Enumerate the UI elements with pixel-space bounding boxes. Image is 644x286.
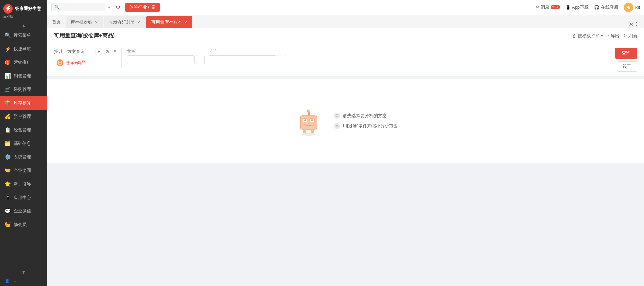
- sidebar-item-label: 基础信息: [14, 140, 31, 147]
- page-content: 可用量查询(按仓库+商品) 🖨 按模板打印 ▾ ↑ 导出 ↻ 刷新: [47, 28, 644, 286]
- sidebar-item-shortcut[interactable]: ⚡ 快捷导航: [0, 42, 47, 56]
- svg-point-12: [301, 133, 316, 136]
- topbar: 🔍 ▾ ⚙ 体验行业方案 ✉ 消息 99+ 📱 App下载 🎧 在线客服 Ri …: [47, 0, 644, 15]
- svg-rect-11: [311, 129, 314, 133]
- topbar-search-box[interactable]: 🔍: [51, 3, 105, 11]
- user-avatar-small: 👤: [5, 279, 10, 283]
- query-button[interactable]: 查询: [615, 48, 637, 59]
- tab-receive-summary-close[interactable]: ✕: [137, 20, 140, 25]
- sidebar-scroll-down[interactable]: ▼: [0, 269, 47, 276]
- search-icon: 🔍: [5, 32, 11, 38]
- user-profile[interactable]: Ri Rit: [624, 3, 640, 12]
- wechat-icon: 💬: [5, 208, 11, 214]
- add-scheme-button[interactable]: +: [95, 48, 102, 55]
- svg-point-9: [307, 110, 310, 112]
- empty-state-content: ① 请先选择要分析的方案 ② 用[过滤]条件来缩小分析范围: [293, 106, 398, 136]
- warehouse-filter-input-row: ···: [127, 55, 205, 64]
- sidebar-item-enterprise[interactable]: 🤝 企业协同: [0, 164, 47, 177]
- warehouse-more-button[interactable]: ···: [196, 55, 205, 64]
- svg-rect-10: [303, 129, 306, 133]
- app-name: 畅康通好生意: [15, 6, 41, 12]
- industry-solution-button[interactable]: 体验行业方案: [125, 3, 160, 12]
- scheme-settings-button[interactable]: [104, 48, 111, 55]
- online-service-button[interactable]: 🎧 在线客服: [594, 4, 618, 10]
- message-button[interactable]: ✉ 消息 99+: [536, 4, 560, 10]
- app-logo-icon: 畅: [3, 4, 13, 14]
- tab-home[interactable]: 首页: [47, 16, 66, 28]
- sidebar-user-bottom[interactable]: 👤 ···: [0, 276, 47, 286]
- sidebar-header: 畅 畅康通好生意 标准版: [0, 0, 47, 22]
- sidebar-scroll-up[interactable]: ▲: [0, 22, 47, 29]
- sidebar-item-newcomer[interactable]: 🌟 新手引导: [0, 177, 47, 191]
- tab-batch-ledger[interactable]: 库存批次账 ✕: [66, 16, 103, 28]
- scheme-panel: 按以下方案查询 + « 仓库+商品: [54, 48, 122, 68]
- scheme-item-warehouse-product[interactable]: 仓库+商品: [54, 57, 118, 68]
- sidebar-item-wechat[interactable]: 💬 企业微信: [0, 204, 47, 218]
- tab-batch-ledger-label: 库存批次账: [71, 19, 93, 25]
- tabs-bar: 首页 库存批次账 ✕ 收发存汇总表 ✕ 可用量库存账本 ✕ ✕ ⛶: [47, 15, 644, 28]
- page-header: 可用量查询(按仓库+商品) 🖨 按模板打印 ▾ ↑ 导出 ↻ 刷新: [47, 28, 644, 44]
- app-logo-row: 畅 畅康通好生意: [3, 4, 44, 14]
- tip-text-1: 请先选择要分析的方案: [343, 113, 387, 119]
- sidebar-item-sales[interactable]: 📊 销售管理: [0, 69, 47, 83]
- sidebar-item-label: 畅会员: [14, 222, 27, 228]
- sidebar-item-search[interactable]: 🔍 搜索菜单: [0, 29, 47, 42]
- topbar-dropdown-arrow[interactable]: ▾: [108, 5, 110, 10]
- collapse-scheme-panel-button[interactable]: «: [112, 48, 118, 55]
- query-section: 按以下方案查询 + « 仓库+商品: [54, 48, 637, 72]
- svg-rect-3: [300, 116, 317, 129]
- sidebar-item-basic[interactable]: 🗂️ 基础信息: [0, 137, 47, 150]
- tab-available-ledger[interactable]: 可用量库存账本 ✕: [146, 16, 192, 28]
- refresh-button[interactable]: ↻ 刷新: [623, 33, 637, 39]
- export-label: 导出: [611, 33, 619, 39]
- print-template-button[interactable]: 🖨 按模板打印 ▾: [572, 33, 603, 39]
- scheme-panel-actions: + «: [95, 48, 118, 55]
- sidebar-item-inventory[interactable]: 📦 库存核算: [0, 96, 47, 110]
- app-download-button[interactable]: 📱 App下载: [565, 4, 589, 10]
- tab-receive-summary[interactable]: 收发存汇总表 ✕: [104, 16, 146, 28]
- tip-num-2: ②: [334, 123, 340, 129]
- sidebar-item-label: 资金管理: [14, 113, 31, 120]
- export-button[interactable]: ↑ 导出: [607, 33, 620, 39]
- sidebar-nav: 🔍 搜索菜单 ⚡ 快捷导航 🎁 营销推广 📊 销售管理 🛒 采购管理 📦 库存核…: [0, 29, 47, 269]
- export-icon: ↑: [607, 33, 610, 38]
- sidebar-item-vip[interactable]: 👑 畅会员: [0, 218, 47, 231]
- sidebar-item-system[interactable]: ⚙️ 系统管理: [0, 150, 47, 164]
- sidebar-item-label: 企业协同: [14, 167, 31, 174]
- sidebar-item-label: 营销推广: [14, 59, 31, 66]
- empty-tip-1: ① 请先选择要分析的方案: [334, 113, 398, 119]
- sidebar-item-fund[interactable]: 💰 资金管理: [0, 110, 47, 123]
- sidebar-item-label: 新手引导: [14, 181, 31, 187]
- tab-batch-ledger-close[interactable]: ✕: [95, 20, 98, 25]
- message-badge: 99+: [551, 5, 560, 9]
- gear-button[interactable]: ⚙: [113, 3, 123, 12]
- tab-available-ledger-label: 可用量库存账本: [151, 19, 182, 25]
- tip-text-2: 用[过滤]条件来缩小分析范围: [343, 123, 398, 129]
- print-dropdown-icon[interactable]: ▾: [601, 34, 603, 38]
- print-icon: 🖨: [572, 33, 576, 38]
- product-input[interactable]: [209, 55, 276, 64]
- svg-point-6: [304, 119, 306, 121]
- empty-tip-2: ② 用[过滤]条件来缩小分析范围: [334, 123, 398, 129]
- sidebar-item-appcenter[interactable]: 📱 应用中心: [0, 191, 47, 204]
- sidebar-item-business[interactable]: 📋 经营管理: [0, 123, 47, 137]
- sidebar-item-label: 库存核算: [14, 100, 31, 106]
- page-header-actions: 🖨 按模板打印 ▾ ↑ 导出 ↻ 刷新: [572, 33, 638, 39]
- print-label: 按模板打印: [578, 33, 600, 39]
- expand-tabs-button[interactable]: ⛶: [636, 21, 641, 27]
- online-service-label: 在线客服: [601, 4, 618, 10]
- shortcut-icon: ⚡: [5, 46, 11, 52]
- warehouse-input[interactable]: [127, 55, 195, 64]
- sidebar-item-label: 系统管理: [14, 154, 31, 160]
- avatar: Ri: [624, 3, 633, 12]
- product-filter-group: 商品 ···: [209, 48, 286, 64]
- tab-available-ledger-close[interactable]: ✕: [184, 20, 187, 25]
- user-name: Rit: [635, 5, 640, 10]
- search-input[interactable]: [61, 5, 98, 10]
- close-all-tabs-button[interactable]: ✕: [629, 21, 634, 28]
- sidebar-item-purchase[interactable]: 🛒 采购管理: [0, 83, 47, 96]
- settings-button[interactable]: 设置: [617, 61, 637, 72]
- product-more-button[interactable]: ···: [278, 55, 286, 64]
- clipboard-icon: 📋: [5, 127, 11, 133]
- sidebar-item-marketing[interactable]: 🎁 营销推广: [0, 56, 47, 69]
